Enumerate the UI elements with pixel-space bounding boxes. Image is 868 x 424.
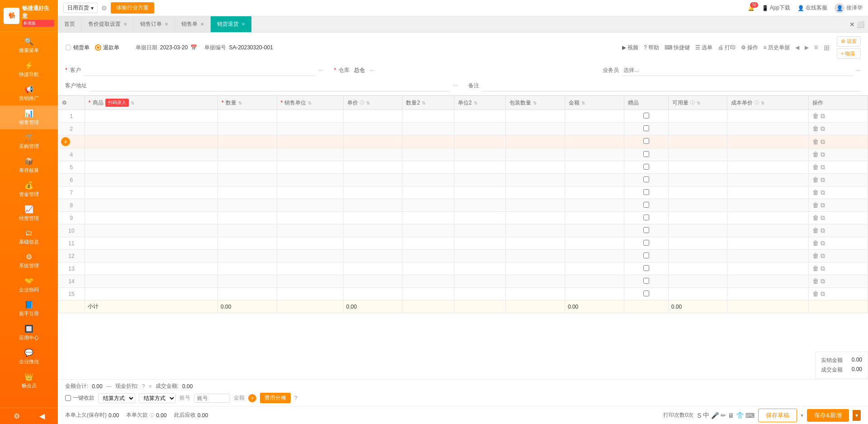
product-cell[interactable]: [85, 212, 217, 224]
qty-cell[interactable]: [217, 186, 277, 199]
product-input[interactable]: [88, 138, 215, 145]
copy-row-btn[interactable]: ⧉: [821, 265, 825, 272]
price-cell[interactable]: [343, 123, 402, 135]
amount-cell[interactable]: [565, 288, 624, 300]
unit2-cell[interactable]: [454, 288, 505, 300]
available-cell[interactable]: [668, 135, 727, 148]
copy-row-btn[interactable]: ⧉: [821, 290, 825, 297]
cost_price-cell[interactable]: [727, 237, 809, 250]
user-profile[interactable]: 👤 徐泽华: [835, 3, 863, 13]
gift-checkbox[interactable]: [643, 164, 649, 170]
available-cell[interactable]: [668, 224, 727, 237]
cost_price-cell[interactable]: [727, 212, 809, 224]
available-cell[interactable]: [668, 288, 727, 300]
bottom-icon-5[interactable]: 👕: [736, 412, 744, 419]
qty-cell[interactable]: [217, 250, 277, 262]
price-cell[interactable]: [343, 148, 402, 161]
staff-dots-btn[interactable]: ···: [856, 67, 861, 73]
gift-checkbox[interactable]: [643, 265, 649, 271]
gift-cell[interactable]: [624, 288, 668, 300]
calc-method-select[interactable]: 结算方式: [139, 393, 176, 403]
available-cell[interactable]: [668, 186, 727, 199]
bottom-icon-1[interactable]: 中: [703, 411, 709, 419]
price-cell[interactable]: [343, 224, 402, 237]
qty2-cell[interactable]: [402, 237, 454, 250]
qty-cell[interactable]: [217, 174, 277, 186]
unit2-cell[interactable]: [454, 224, 505, 237]
pack_qty-cell[interactable]: [506, 250, 565, 262]
hint-available-icon[interactable]: ⓘ: [690, 100, 695, 106]
amount-cell[interactable]: [565, 148, 624, 161]
gift-checkbox[interactable]: [643, 151, 649, 157]
qty2-cell[interactable]: [402, 161, 454, 174]
product-cell[interactable]: [85, 288, 217, 300]
cost_price-cell[interactable]: [727, 135, 809, 148]
sidebar-item-operations[interactable]: 📈 经营管理: [0, 201, 58, 225]
copy-row-btn[interactable]: ⧉: [821, 125, 825, 132]
delete-row-btn[interactable]: 🗑: [812, 112, 819, 119]
qty2-cell[interactable]: [402, 110, 454, 123]
experience-btn[interactable]: 体验行业方案: [111, 2, 154, 14]
copy-row-btn[interactable]: ⧉: [821, 176, 825, 183]
price-cell[interactable]: [343, 237, 402, 250]
online-service-link[interactable]: 👤 在线客服: [797, 4, 827, 12]
gift-checkbox[interactable]: [643, 138, 649, 144]
product-cell[interactable]: [85, 224, 217, 237]
qty-cell[interactable]: [217, 199, 277, 212]
sort-product-icon[interactable]: ⇅: [131, 100, 134, 105]
unit2-cell[interactable]: [454, 135, 505, 148]
unit-cell[interactable]: [277, 123, 343, 135]
gift-cell[interactable]: [624, 148, 668, 161]
tool-operation[interactable]: ⚙ 操作: [741, 44, 758, 52]
qty-cell[interactable]: [217, 262, 277, 275]
save-draft-btn[interactable]: 保存草稿: [758, 409, 797, 422]
sidebar-item-search[interactable]: 🔍 搜索菜单: [0, 33, 58, 57]
view-list-icon[interactable]: ≡: [814, 43, 818, 52]
unit-cell[interactable]: [277, 135, 343, 148]
price-cell[interactable]: [343, 250, 402, 262]
logistics-btn[interactable]: + 物流: [837, 48, 861, 59]
account-input[interactable]: [194, 394, 230, 403]
bottom-icon-3[interactable]: ✏: [721, 412, 726, 419]
sort-unit2-icon[interactable]: ⇅: [474, 100, 477, 105]
sidebar-item-sales[interactable]: 📊 销售管理: [0, 105, 58, 129]
pack_qty-cell[interactable]: [506, 212, 565, 224]
hint-cost-icon[interactable]: ⓘ: [755, 100, 759, 106]
tab-price-extract[interactable]: 售价提取设置 ✕: [82, 16, 134, 32]
pack_qty-cell[interactable]: [506, 224, 565, 237]
sidebar-item-finance[interactable]: 💰 资金管理: [0, 177, 58, 201]
product-cell[interactable]: [85, 262, 217, 275]
amount-cell[interactable]: [565, 275, 624, 288]
tab-close-price-extract[interactable]: ✕: [123, 22, 127, 27]
available-cell[interactable]: [668, 199, 727, 212]
delete-row-btn[interactable]: 🗑: [812, 277, 819, 285]
tool-history[interactable]: ≡ 历史单据: [764, 44, 790, 52]
tool-select[interactable]: ☰ 选单: [695, 44, 712, 52]
amount-cell[interactable]: [565, 110, 624, 123]
sidebar-item-system[interactable]: ⚙ 系统管理: [0, 249, 58, 273]
unit-cell[interactable]: [277, 288, 343, 300]
pack_qty-cell[interactable]: [506, 237, 565, 250]
price-cell[interactable]: [343, 135, 402, 148]
unit-cell[interactable]: [277, 262, 343, 275]
unit-cell[interactable]: [277, 199, 343, 212]
product-cell[interactable]: [85, 161, 217, 174]
gift-checkbox[interactable]: [643, 278, 649, 284]
available-cell[interactable]: [668, 123, 727, 135]
tab-sales-return[interactable]: 销货退货 ✕: [211, 16, 252, 32]
delete-row-btn[interactable]: 🗑: [812, 201, 819, 209]
available-cell[interactable]: [668, 262, 727, 275]
unit-cell[interactable]: [277, 148, 343, 161]
radio-return[interactable]: 退款单: [95, 44, 119, 52]
unit-cell[interactable]: [277, 237, 343, 250]
unit2-cell[interactable]: [454, 212, 505, 224]
calendar-icon[interactable]: 📅: [190, 44, 197, 51]
cost_price-cell[interactable]: [727, 275, 809, 288]
tab-sales-slip[interactable]: 销售单 ✕: [175, 16, 211, 32]
gift-checkbox[interactable]: [643, 176, 649, 182]
qty-cell[interactable]: [217, 123, 277, 135]
unit2-cell[interactable]: [454, 237, 505, 250]
gift-cell[interactable]: [624, 123, 668, 135]
product-cell[interactable]: [85, 199, 217, 212]
unit2-cell[interactable]: [454, 148, 505, 161]
